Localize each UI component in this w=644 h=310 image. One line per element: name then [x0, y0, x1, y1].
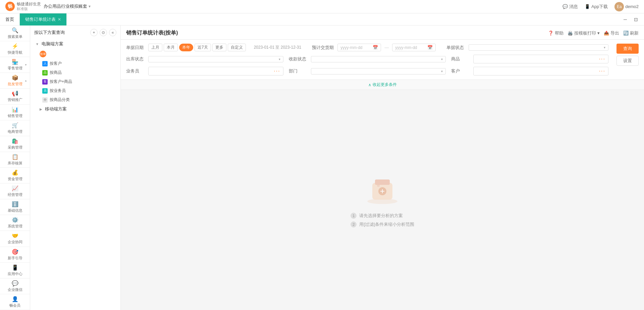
settings-btn[interactable]: 设置: [616, 56, 639, 66]
sidebar-item-wholesale-mgmt[interactable]: 📦 批发管理: [0, 73, 30, 89]
app-download-btn[interactable]: 📱 App下载: [585, 4, 608, 10]
customer-select[interactable]: ···: [473, 67, 608, 75]
basic-info-label: 基础信息: [8, 208, 22, 213]
bill-date-item: 单据日期 上月 本月 本年 近7天 更多 自定义: [126, 44, 246, 51]
delivery-date-start[interactable]: yyyy-mm-dd 📅: [337, 44, 381, 51]
tree-item-by-product[interactable]: 品 按商品: [30, 68, 120, 77]
filter-row-3: 业务员 ··· 部门 ▾: [126, 67, 608, 75]
date-btn-more[interactable]: 更多: [212, 44, 226, 51]
tree-item-by-customer[interactable]: 人 按客户: [30, 59, 120, 68]
sidebar-item-purchase-mgmt[interactable]: 🛍️ 采购管理: [0, 136, 30, 152]
export-icon: 📤: [604, 31, 609, 36]
tab-minimize-btn[interactable]: ─: [621, 15, 629, 23]
sidebar-item-ecommerce-mgmt[interactable]: 🛒 电商管理: [0, 120, 30, 136]
breadcrumb-arrow[interactable]: ▾: [89, 4, 91, 9]
payment-status-select[interactable]: ▾: [311, 56, 446, 62]
date-btn-last-month[interactable]: 上月: [148, 44, 162, 51]
tree-item-by-product-category[interactable]: 分 按商品分类: [30, 95, 120, 104]
date-buttons: 上月 本月 本年 近7天 更多 自定义: [148, 44, 246, 51]
sidebar-item-member[interactable]: 👤 畅会员: [0, 294, 30, 310]
tab-close-icon[interactable]: ✕: [58, 17, 61, 22]
sidebar-item-operations-mgmt[interactable]: 📈 经营管理: [0, 184, 30, 199]
sidebar-item-enterprise-wechat[interactable]: 💬 企业微信: [0, 278, 30, 294]
sidebar-item-inventory[interactable]: 📋 库存核算: [0, 152, 30, 168]
tab-sales-order-stats[interactable]: 销售订单统计表 ✕: [20, 13, 67, 25]
tab-maximize-btn[interactable]: ⊡: [632, 15, 640, 23]
sidebar-item-sales-mgmt[interactable]: 📊 销售管理: [0, 105, 30, 120]
breadcrumb-title: 办公用品行业模拟账套: [44, 3, 87, 9]
date-range-text: 2023-01-01 至 2023-12-31: [254, 45, 301, 50]
tip-1-num: 1: [351, 213, 357, 219]
date-btn-this-year[interactable]: 本年: [179, 44, 193, 51]
tab-home[interactable]: 首页: [0, 13, 20, 25]
customer-dots: ···: [599, 68, 605, 74]
sidebar-item-marketing[interactable]: 📢 营销推广: [0, 89, 30, 104]
sales-mgmt-icon: 📊: [12, 106, 18, 113]
sidebar-item-app-center[interactable]: 📱 应用中心: [0, 263, 30, 278]
page-header: 销售订单统计表(按单) ❓ 帮助 🖨️ 按模板打印 ▾ 📤 导出: [121, 25, 644, 40]
delivery-date-end[interactable]: yyyy-mm-dd 📅: [392, 44, 436, 51]
salesperson-dots: ···: [274, 68, 280, 74]
sidebar-item-retail-mgmt[interactable]: 🏪 零售管理: [0, 57, 30, 73]
breadcrumb-area: 办公用品行业模拟账套 ▾: [44, 3, 91, 9]
ship-status-select[interactable]: ▾: [148, 56, 283, 62]
filter-settings-btn[interactable]: ⊙: [100, 29, 107, 36]
page-title: 销售订单统计表(按单): [126, 30, 178, 37]
right-action-btns: 查询 设置: [616, 44, 639, 66]
tree-item-by-order[interactable]: 按单: [30, 49, 120, 59]
bill-status-select[interactable]: ▾: [469, 44, 608, 51]
quick-nav-icon: ⚡: [12, 43, 18, 49]
filter-form: 单据日期 上月 本月 本年 近7天 更多 自定义: [121, 40, 644, 80]
empty-tip-1: 1 请先选择要分析的方案: [351, 213, 414, 219]
date-range-display: 2023-01-01 至 2023-12-31: [254, 45, 301, 50]
sidebar-item-finance-mgmt[interactable]: 💰 资金管理: [0, 168, 30, 184]
logo-text: 畅捷通好生意: [17, 2, 41, 6]
goods-select[interactable]: ···: [473, 55, 608, 63]
department-select[interactable]: ▾: [311, 68, 446, 74]
by-customer-product-icon: 客: [42, 79, 48, 85]
sidebar-item-enterprise-collab[interactable]: 🤝 企业协同: [0, 231, 30, 247]
tree-item-by-salesperson[interactable]: 员 按业务员: [30, 86, 120, 95]
message-btn[interactable]: 💬 消息: [562, 4, 578, 10]
tree-item-by-customer-product[interactable]: 客 按客户+商品: [30, 77, 120, 86]
help-label: 帮助: [555, 30, 564, 36]
sidebar-item-system-mgmt[interactable]: ⚙️ 系统管理: [0, 215, 30, 231]
enterprise-wechat-icon: 💬: [12, 280, 18, 287]
by-salesperson-label: 按业务员: [50, 88, 66, 94]
export-btn[interactable]: 📤 导出: [604, 30, 619, 36]
collapse-arrow-icon: ∧: [368, 83, 371, 87]
by-customer-product-label: 按客户+商品: [50, 79, 72, 85]
filter-add-btn[interactable]: +: [90, 29, 98, 36]
user-area[interactable]: Ea demo2: [614, 2, 639, 11]
tree-pc-section-label: 电脑端方案: [42, 41, 63, 47]
ship-status-label: 出库状态: [126, 56, 146, 62]
logo-area: 畅 畅捷通好生意 标准版: [5, 2, 41, 11]
refresh-btn[interactable]: 🔄 刷新: [623, 30, 639, 36]
filter-collapse-btn[interactable]: «: [109, 29, 116, 36]
date-btn-last-7-days[interactable]: 近7天: [195, 44, 211, 51]
date-btn-custom[interactable]: 自定义: [228, 44, 246, 51]
logo-text-area: 畅捷通好生意 标准版: [17, 2, 41, 11]
query-btn[interactable]: 查询: [616, 44, 639, 54]
ecommerce-mgmt-icon: 🛒: [12, 122, 18, 128]
member-icon: 👤: [12, 296, 18, 302]
sidebar-item-search-menu[interactable]: 🔍 搜索菜单: [0, 25, 30, 41]
app-download-label: App下载: [591, 4, 608, 10]
help-btn[interactable]: ❓ 帮助: [548, 30, 564, 36]
tree-mobile-section[interactable]: ▶ 移动端方案: [30, 104, 120, 114]
date-range-separator: 至: [275, 45, 280, 50]
sidebar-item-basic-info[interactable]: ℹ️ 基础信息: [0, 199, 30, 215]
enterprise-collab-label: 企业协同: [8, 240, 22, 245]
member-label: 畅会员: [9, 303, 20, 308]
salesperson-select[interactable]: ···: [148, 67, 283, 75]
message-icon: 💬: [562, 4, 568, 9]
inventory-label: 库存核算: [8, 161, 22, 166]
collapse-bar[interactable]: ∧ 收起更多条件: [121, 80, 644, 90]
date-btn-this-month[interactable]: 本月: [164, 44, 178, 51]
sidebar-item-quick-nav[interactable]: ⚡ 快捷导航: [0, 41, 30, 57]
customer-item: 客户 ···: [451, 67, 608, 75]
purchase-mgmt-label: 采购管理: [8, 145, 22, 150]
tree-pc-section[interactable]: ▼ 电脑端方案: [30, 39, 120, 49]
sidebar-item-new-guide[interactable]: 🎯 新手引导: [0, 247, 30, 263]
print-btn[interactable]: 🖨️ 按模板打印 ▾: [568, 30, 600, 36]
